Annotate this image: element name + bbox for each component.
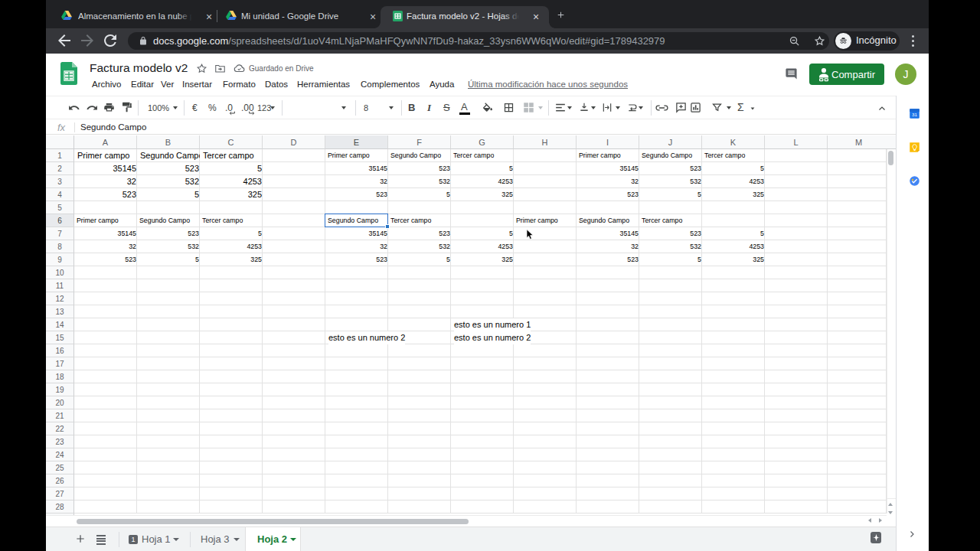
- svg-text:31: 31: [912, 112, 917, 117]
